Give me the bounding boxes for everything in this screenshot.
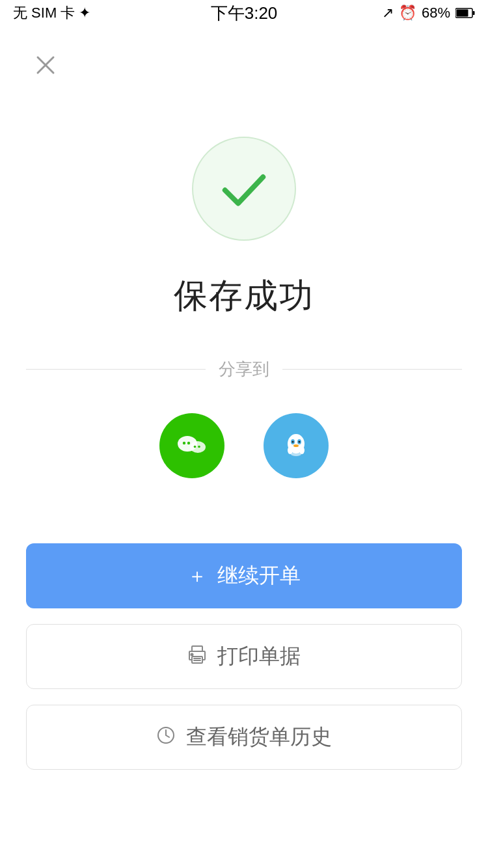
status-left: 无 SIM 卡 ✦: [13, 3, 90, 23]
svg-rect-1: [473, 11, 475, 15]
svg-rect-20: [192, 646, 202, 651]
success-title: 保存成功: [174, 273, 314, 319]
battery-icon: [455, 8, 475, 18]
share-divider: 分享到: [26, 358, 462, 381]
main-content: 保存成功 分享到: [0, 104, 488, 868]
svg-point-7: [183, 442, 185, 444]
continue-button[interactable]: ＋ 继续开单: [26, 543, 462, 608]
buttons-section: ＋ 继续开单 打印单据: [26, 543, 462, 770]
qq-share-button[interactable]: [264, 413, 329, 478]
wechat-share-button[interactable]: [159, 413, 224, 478]
share-icons: [26, 413, 462, 478]
print-icon: [187, 645, 207, 668]
status-right: ↗ ⏰ 68%: [382, 5, 475, 21]
alarm-icon: ⏰: [399, 5, 416, 21]
svg-point-19: [291, 452, 301, 456]
svg-point-25: [191, 653, 193, 655]
history-icon: [156, 726, 176, 750]
svg-point-6: [190, 441, 206, 453]
svg-point-10: [198, 446, 200, 448]
sim-status: 无 SIM 卡 ✦: [13, 3, 90, 23]
status-time: 下午3:20: [211, 2, 278, 25]
divider-right: [282, 369, 462, 370]
svg-point-16: [292, 441, 294, 443]
continue-label: 继续开单: [217, 562, 301, 590]
success-circle: [192, 137, 296, 241]
location-icon: ↗: [382, 5, 394, 21]
svg-point-17: [299, 441, 301, 443]
share-section: 分享到: [26, 358, 462, 478]
status-bar: 无 SIM 卡 ✦ 下午3:20 ↗ ⏰ 68%: [0, 0, 488, 26]
plus-icon: ＋: [187, 563, 207, 590]
history-button[interactable]: 查看销货单历史: [26, 705, 462, 770]
history-label: 查看销货单历史: [186, 723, 332, 752]
share-label: 分享到: [219, 358, 269, 381]
svg-point-8: [187, 442, 190, 444]
print-label: 打印单据: [217, 642, 301, 671]
print-button[interactable]: 打印单据: [26, 624, 462, 689]
svg-point-9: [194, 446, 197, 448]
svg-rect-2: [457, 10, 468, 17]
close-button[interactable]: [20, 39, 72, 91]
svg-point-18: [293, 444, 299, 447]
battery-level: 68%: [422, 5, 450, 21]
divider-left: [26, 369, 206, 370]
